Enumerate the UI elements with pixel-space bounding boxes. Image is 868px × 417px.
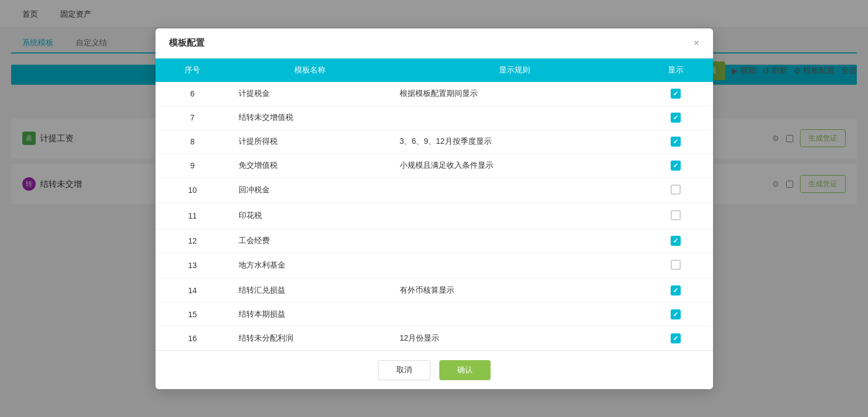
cell-rule bbox=[391, 229, 638, 253]
cell-rule bbox=[391, 302, 638, 326]
cell-check bbox=[638, 153, 712, 177]
cell-check bbox=[638, 177, 712, 203]
cell-name: 结转未交增值税 bbox=[230, 105, 391, 129]
cell-check bbox=[638, 82, 712, 106]
cell-rule: 小规模且满足收入条件显示 bbox=[391, 153, 638, 177]
table-row: 6计提税金根据模板配置期间显示 bbox=[156, 82, 713, 106]
table-header: 序号 模板名称 显示规则 显示 bbox=[156, 59, 713, 82]
th-rule: 显示规则 bbox=[391, 59, 638, 82]
table-row: 13地方水利基金 bbox=[156, 253, 713, 278]
cell-name: 印花税 bbox=[230, 203, 391, 229]
confirm-button[interactable]: 确认 bbox=[439, 360, 491, 380]
cell-seq: 11 bbox=[156, 203, 230, 229]
checkbox-11[interactable] bbox=[671, 210, 681, 220]
table-row: 11印花税 bbox=[156, 203, 713, 229]
table-row: 14结转汇兑损益有外币核算显示 bbox=[156, 278, 713, 302]
checkbox-9[interactable] bbox=[671, 161, 681, 171]
table-body: 6计提税金根据模板配置期间显示7结转未交增值税8计提所得税3、6、9、12月按季… bbox=[156, 82, 713, 351]
checkbox-7[interactable] bbox=[671, 113, 681, 123]
checkbox-15[interactable] bbox=[671, 309, 681, 319]
table-row: 8计提所得税3、6、9、12月按季度显示 bbox=[156, 129, 713, 153]
dialog-header: 模板配置 × bbox=[156, 28, 713, 59]
cell-seq: 6 bbox=[156, 82, 230, 106]
cell-rule bbox=[391, 253, 638, 278]
cell-name: 计提所得税 bbox=[230, 129, 391, 153]
table-row: 12工会经费 bbox=[156, 229, 713, 253]
th-show: 显示 bbox=[638, 59, 712, 82]
cell-name: 工会经费 bbox=[230, 229, 391, 253]
cell-check bbox=[638, 278, 712, 302]
table-row: 15结转本期损益 bbox=[156, 302, 713, 326]
cell-seq: 9 bbox=[156, 153, 230, 177]
cell-seq: 13 bbox=[156, 253, 230, 278]
cell-seq: 16 bbox=[156, 326, 230, 350]
checkbox-16[interactable] bbox=[671, 333, 681, 343]
cancel-button[interactable]: 取消 bbox=[378, 360, 430, 380]
cell-rule bbox=[391, 177, 638, 203]
cell-seq: 7 bbox=[156, 105, 230, 129]
cell-rule bbox=[391, 105, 638, 129]
checkbox-8[interactable] bbox=[671, 137, 681, 147]
table-row: 7结转未交增值税 bbox=[156, 105, 713, 129]
dialog-title: 模板配置 bbox=[169, 37, 205, 49]
cell-name: 结转汇兑损益 bbox=[230, 278, 391, 302]
checkbox-6[interactable] bbox=[671, 89, 681, 99]
cell-check bbox=[638, 229, 712, 253]
checkbox-10[interactable] bbox=[671, 185, 681, 195]
cell-rule: 3、6、9、12月按季度显示 bbox=[391, 129, 638, 153]
cell-rule: 12月份显示 bbox=[391, 326, 638, 350]
cell-check bbox=[638, 326, 712, 350]
cell-seq: 12 bbox=[156, 229, 230, 253]
dialog-close-button[interactable]: × bbox=[694, 37, 700, 49]
cell-check bbox=[638, 302, 712, 326]
cell-seq: 10 bbox=[156, 177, 230, 203]
cell-seq: 15 bbox=[156, 302, 230, 326]
cell-name: 免交增值税 bbox=[230, 153, 391, 177]
table-row: 10回冲税金 bbox=[156, 177, 713, 203]
template-config-dialog: 模板配置 × 序号 模板名称 显示规则 显示 6计提税金根据模板配置期间显示7结… bbox=[156, 28, 713, 389]
dialog-footer: 取消 确认 bbox=[156, 351, 713, 389]
checkbox-12[interactable] bbox=[671, 236, 681, 246]
cell-rule: 有外币核算显示 bbox=[391, 278, 638, 302]
cell-check bbox=[638, 253, 712, 278]
cell-name: 结转未分配利润 bbox=[230, 326, 391, 350]
cell-name: 地方水利基金 bbox=[230, 253, 391, 278]
checkbox-14[interactable] bbox=[671, 285, 681, 295]
dialog-table-wrapper[interactable]: 序号 模板名称 显示规则 显示 6计提税金根据模板配置期间显示7结转未交增值税8… bbox=[156, 59, 713, 351]
cell-rule: 根据模板配置期间显示 bbox=[391, 82, 638, 106]
th-seq: 序号 bbox=[156, 59, 230, 82]
cell-check bbox=[638, 105, 712, 129]
cell-name: 计提税金 bbox=[230, 82, 391, 106]
cell-rule bbox=[391, 203, 638, 229]
cell-check bbox=[638, 203, 712, 229]
cell-seq: 8 bbox=[156, 129, 230, 153]
modal-overlay: 模板配置 × 序号 模板名称 显示规则 显示 6计提税金根据模板配置期间显示7结… bbox=[0, 0, 868, 417]
cell-name: 结转本期损益 bbox=[230, 302, 391, 326]
table-row: 16结转未分配利润12月份显示 bbox=[156, 326, 713, 350]
dialog-table: 序号 模板名称 显示规则 显示 6计提税金根据模板配置期间显示7结转未交增值税8… bbox=[156, 59, 713, 351]
checkbox-13[interactable] bbox=[671, 260, 681, 270]
cell-check bbox=[638, 129, 712, 153]
th-name: 模板名称 bbox=[230, 59, 391, 82]
cell-seq: 14 bbox=[156, 278, 230, 302]
table-row: 9免交增值税小规模且满足收入条件显示 bbox=[156, 153, 713, 177]
cell-name: 回冲税金 bbox=[230, 177, 391, 203]
